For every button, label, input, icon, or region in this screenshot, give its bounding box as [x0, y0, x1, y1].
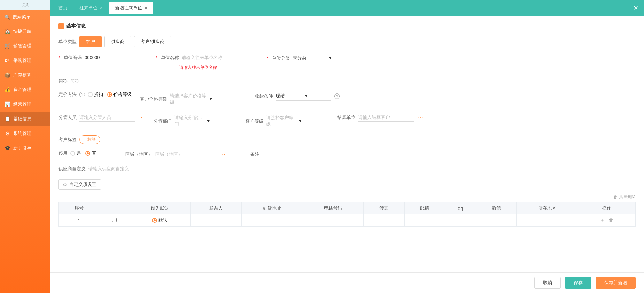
form-footer: 取消 保存 保存并新增 — [50, 272, 644, 293]
th-region: 所在地区 — [517, 202, 578, 214]
settlement-more-icon[interactable]: ··· — [417, 114, 424, 121]
row-contact — [190, 214, 241, 227]
tab-new-partner[interactable]: 新增往来单位 ✕ — [109, 2, 153, 14]
save-button[interactable]: 保存 — [565, 277, 591, 289]
payment-help-icon[interactable]: ? — [334, 93, 340, 99]
manager-label: 分管人员 — [58, 114, 77, 121]
batch-delete-label: 批量删除 — [619, 194, 636, 200]
th-email: 邮箱 — [404, 202, 445, 214]
dept-select[interactable]: 请输入分管部门 ▼ — [174, 113, 237, 129]
window-close-button[interactable]: ✕ — [630, 3, 641, 13]
disabled-radio-no[interactable]: 否 — [85, 150, 96, 156]
shortname-label: 简称 — [58, 78, 68, 84]
disabled-radio-group: 是 否 — [70, 150, 96, 156]
th-checkbox — [99, 202, 129, 214]
pricing-row: 定价方法 ? 折扣 价格等级 客户价格等级 — [58, 91, 636, 107]
sidebar-item-operations[interactable]: 📊 经营管理 — [0, 97, 50, 112]
tab-partners-close[interactable]: ✕ — [100, 6, 103, 10]
tab-partners-label: 往来单位 — [79, 5, 97, 11]
batch-delete-button[interactable]: 🗑 批量删除 — [613, 194, 636, 200]
operations-icon: 📊 — [4, 101, 10, 107]
row-num: 1 — [59, 214, 99, 227]
unit-btn-supplier[interactable]: 供应商 — [104, 36, 131, 47]
supplier-custom-input[interactable] — [88, 165, 179, 173]
sidebar-system-label: 系统管理 — [13, 130, 31, 137]
sidebar-item-search[interactable]: 🔍 搜索菜单 — [0, 10, 50, 24]
sidebar-item-inventory[interactable]: 📦 库存核算 — [0, 68, 50, 82]
category-required: * — [267, 56, 268, 61]
disabled-row: 停用 是 否 区域（地区） ··· — [58, 150, 636, 158]
unit-btn-both[interactable]: 客户/供应商 — [134, 36, 171, 47]
cancel-button[interactable]: 取消 — [534, 277, 561, 289]
row-checkbox[interactable] — [112, 218, 117, 222]
sidebar-item-basics[interactable]: 📋 基础信息 — [0, 112, 50, 126]
tab-new-partner-close[interactable]: ✕ — [144, 6, 148, 10]
customer-level-select[interactable]: 请选择客户等级 ▼ — [266, 113, 329, 129]
pricing-radio-level-circle — [107, 92, 112, 97]
custom-settings-button[interactable]: ⚙ 自定义项设置 — [58, 179, 101, 190]
manager-input[interactable] — [79, 113, 135, 122]
remark-input[interactable] — [262, 150, 339, 158]
tab-bar: 首页 往来单位 ✕ 新增往来单位 ✕ ✕ — [50, 0, 644, 16]
sidebar-item-finance[interactable]: 💰 资金管理 — [0, 82, 50, 97]
row-add-icon[interactable]: ＋ — [598, 217, 606, 223]
pricing-help-icon[interactable]: ? — [79, 92, 85, 97]
category-value: 未分类 — [293, 55, 327, 61]
batch-delete-icon: 🗑 — [613, 195, 618, 200]
name-required: * — [156, 55, 157, 60]
row-fax — [364, 214, 404, 227]
sidebar-item-newbie[interactable]: 🎓 新手引导 — [0, 141, 50, 155]
gear-icon: ⚙ — [63, 182, 67, 187]
sidebar-item-system[interactable]: ⚙ 系统管理 — [0, 126, 50, 141]
payment-arrow-icon: ▼ — [304, 94, 331, 98]
manager-group: 分管人员 ··· — [58, 113, 145, 122]
disabled-radio-yes-label: 是 — [77, 150, 81, 156]
row-delete-icon[interactable]: 🗑 — [607, 217, 615, 223]
sidebar-search-label: 搜索菜单 — [13, 14, 31, 20]
pricing-radio-discount[interactable]: 折扣 — [88, 91, 103, 98]
row-default-label: 默认 — [158, 217, 167, 223]
row-checkbox-cell — [99, 214, 129, 227]
row-default-radio[interactable]: 默认 — [134, 217, 186, 223]
category-select[interactable]: 未分类 ▼ — [293, 54, 362, 63]
manager-more-icon[interactable]: ··· — [138, 114, 145, 121]
category-label: 单位分类 — [272, 55, 290, 62]
region-input[interactable] — [155, 150, 218, 158]
sidebar-item-quicknav[interactable]: 🏠 快捷导航 — [0, 24, 50, 39]
inventory-icon: 📦 — [4, 72, 10, 78]
customer-price-select[interactable]: 请选择客户价格等级 ▼ — [170, 91, 246, 107]
disabled-radio-yes-circle — [70, 151, 75, 156]
save-new-button[interactable]: 保存并新增 — [596, 277, 636, 289]
pricing-label: 定价方法 — [58, 91, 77, 98]
unit-btn-customer[interactable]: 客户 — [79, 36, 102, 47]
settlement-input[interactable] — [358, 113, 414, 122]
category-arrow-icon: ▼ — [328, 56, 362, 60]
tags-label: 客户标签 — [58, 137, 77, 143]
tab-partners[interactable]: 往来单位 ✕ — [74, 2, 109, 14]
code-input[interactable] — [85, 54, 147, 62]
sidebar-inventory-label: 库存核算 — [13, 72, 31, 78]
sidebar-item-sales[interactable]: 🛒 销售管理 — [0, 39, 50, 53]
th-default: 设为默认 — [129, 202, 191, 214]
shortname-input[interactable] — [70, 77, 147, 85]
row-default-cell: 默认 — [129, 214, 191, 227]
pricing-radio-level[interactable]: 价格等级 — [107, 91, 132, 98]
pricing-group: 定价方法 ? 折扣 价格等级 — [58, 91, 132, 98]
payment-select[interactable]: 现结 ▼ — [276, 91, 331, 101]
region-more-icon[interactable]: ··· — [221, 151, 228, 157]
pricing-radio-discount-label: 折扣 — [94, 91, 103, 98]
add-tag-button[interactable]: + 标签 — [79, 135, 100, 144]
unit-type-label: 单位类型 — [58, 39, 77, 45]
th-num: 序号 — [59, 202, 99, 214]
disabled-radio-yes[interactable]: 是 — [70, 150, 81, 156]
name-input[interactable] — [182, 54, 258, 62]
sidebar-item-purchase[interactable]: 🛍 采购管理 — [0, 53, 50, 68]
unit-type-buttons: 客户 供应商 客户/供应商 — [79, 36, 171, 47]
row-phone — [303, 214, 364, 227]
remark-group: 备注 — [250, 150, 339, 158]
sidebar-operations-label: 经营管理 — [13, 101, 31, 107]
tab-home[interactable]: 首页 — [53, 2, 73, 14]
th-fax: 传真 — [364, 202, 404, 214]
newbie-icon: 🎓 — [4, 145, 10, 151]
region-label: 区域（地区） — [125, 151, 152, 157]
